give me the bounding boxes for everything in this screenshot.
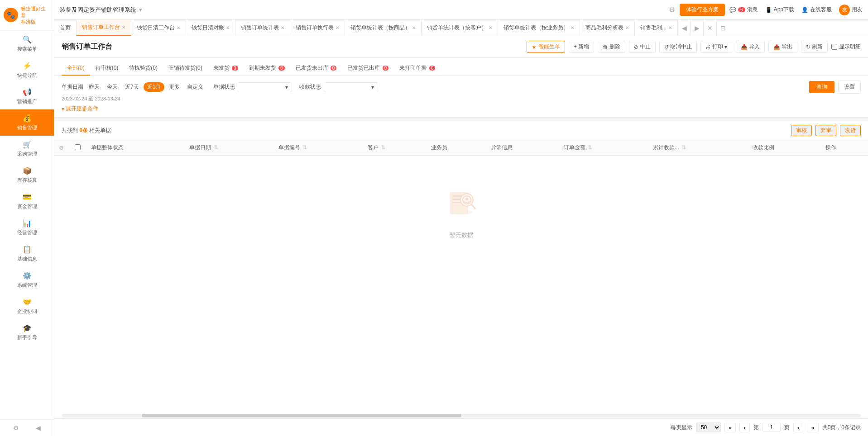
tab-close-sales-more[interactable]: ✕ — [668, 25, 672, 30]
topbar-gear-icon[interactable]: ⚙ — [669, 5, 675, 14]
tab-cash-daily[interactable]: 钱货日清工作台 ✕ — [131, 20, 186, 36]
smart-create-btn[interactable]: ★ 智能生单 — [527, 41, 565, 53]
import-btn[interactable]: 📥 导入 — [736, 41, 765, 53]
tab-home[interactable]: 首页 — [54, 20, 77, 36]
tab-close-all[interactable]: ✕ — [703, 20, 716, 36]
current-page-input[interactable] — [762, 423, 781, 432]
table-col-amount[interactable]: 订单金额 ⇅ — [559, 140, 648, 156]
sub-tab-pending-review[interactable]: 待审核(0) — [90, 62, 124, 76]
ship-action-btn[interactable]: 发货 — [840, 125, 861, 136]
tab-close-summary-product[interactable]: ✕ — [412, 25, 416, 30]
tab-close-sales-workbench[interactable]: ✕ — [122, 25, 125, 30]
delete-btn[interactable]: 🗑 删除 — [598, 41, 625, 53]
show-detail-checkbox[interactable] — [831, 44, 837, 50]
sub-tab-not-shipped[interactable]: 未发货 0 — [208, 62, 244, 76]
empty-state-icon — [443, 183, 480, 226]
tab-sales-summary-staff[interactable]: 销货单统计表（按业务员） ✕ — [498, 20, 580, 36]
tab-nav-next[interactable]: ▶ — [691, 20, 703, 36]
table-col-date[interactable]: 单据日期 ⇅ — [185, 140, 274, 156]
show-detail-checkbox-label[interactable]: 显示明细 — [831, 43, 861, 51]
tab-sales-more[interactable]: 销售毛利... ✕ — [635, 20, 678, 36]
date-more-btn[interactable]: 更多 — [166, 82, 182, 92]
sidebar-item-finance[interactable]: 💳 资金管理 — [0, 188, 54, 214]
tab-sales-exec[interactable]: 销售订单执行表 ✕ — [290, 20, 345, 36]
message-badge: 6 — [738, 7, 745, 12]
sidebar-settings-icon[interactable]: ⚙ — [13, 424, 19, 431]
tab-close-sales-exec[interactable]: ✕ — [336, 25, 339, 30]
page-content: 销售订单工作台 ★ 智能生单 + 新增 🗑 删除 ⊘ 中止 ↺ — [54, 36, 868, 436]
table-settings-col[interactable]: ⚙ — [54, 140, 68, 156]
system-dropdown-icon[interactable]: ▾ — [139, 6, 142, 13]
message-item[interactable]: 💬 6 消息 — [729, 6, 758, 14]
user-item[interactable]: 友 用友 — [839, 5, 863, 15]
sidebar-collapse-icon[interactable]: ◀ — [36, 424, 41, 431]
sidebar-item-sales[interactable]: 💰 销售管理 — [0, 109, 54, 136]
tab-close-summary-customer[interactable]: ✕ — [489, 25, 492, 30]
date-7days-btn[interactable]: 近7天 — [122, 82, 142, 92]
table-select-all-checkbox[interactable] — [75, 144, 81, 150]
sidebar-item-quicknav[interactable]: ⚡ 快捷导航 — [0, 57, 54, 83]
refresh-btn[interactable]: ↻ 刷新 — [801, 41, 828, 53]
tab-sales-summary-product[interactable]: 销货单统计表（按商品） ✕ — [345, 20, 422, 36]
settings-btn[interactable]: 设置 — [838, 81, 861, 94]
tab-sales-summary-customer[interactable]: 销货单统计表（按客户） ✕ — [422, 20, 498, 36]
sub-tab-wangpu-ship[interactable]: 旺铺待发货(0) — [163, 62, 208, 76]
app-download-item[interactable]: 📱 App下载 — [765, 6, 794, 14]
sub-tab-not-printed[interactable]: 未打印单据 0 — [394, 62, 441, 76]
stop-btn[interactable]: ⊘ 中止 — [629, 41, 656, 53]
sidebar-item-basic[interactable]: 📋 基础信息 — [0, 241, 54, 267]
status-filter-select[interactable]: ▾ — [238, 82, 292, 92]
online-service-item[interactable]: 👤 在线客服 — [801, 6, 832, 14]
cancel-review-action-btn[interactable]: 弃审 — [815, 125, 836, 136]
review-action-btn[interactable]: 审核 — [791, 125, 812, 136]
date-1month-btn[interactable]: 近1月 — [144, 82, 165, 92]
sub-tab-shipped-not-warehoused[interactable]: 已发货未出库 0 — [290, 62, 342, 76]
table-checkbox-col[interactable] — [68, 140, 86, 156]
export-btn[interactable]: 📤 导出 — [768, 41, 797, 53]
sidebar-item-purchase[interactable]: 🛒 采购管理 — [0, 136, 54, 162]
page-size-select[interactable]: 10 20 50 100 — [696, 422, 721, 432]
payment-filter-select[interactable]: ▾ — [324, 82, 378, 92]
tab-gross-profit[interactable]: 商品毛利分析表 ✕ — [580, 20, 635, 36]
sidebar-item-marketing[interactable]: 📢 营销推广 — [0, 83, 54, 109]
sidebar-item-guide[interactable]: 🎓 新手引导 — [0, 319, 54, 346]
tab-close-gross-profit[interactable]: ✕ — [625, 25, 629, 30]
print-btn[interactable]: 🖨 打印 ▾ — [700, 41, 732, 53]
cancel-stop-btn[interactable]: ↺ 取消中止 — [659, 41, 697, 53]
query-btn[interactable]: 查询 — [809, 81, 834, 93]
sub-tab-expired-not-shipped[interactable]: 到期未发货 0 — [244, 62, 290, 76]
table-col-number[interactable]: 单据编号 ⇅ — [274, 140, 363, 156]
tab-sales-stats[interactable]: 销售订单统计表 ✕ — [235, 20, 290, 36]
sidebar-item-inventory[interactable]: 📦 库存核算 — [0, 162, 54, 188]
sub-tab-all[interactable]: 全部(0) — [62, 62, 90, 76]
sidebar-item-system[interactable]: ⚙️ 系统管理 — [0, 267, 54, 293]
tab-expand[interactable]: ⊡ — [716, 20, 729, 36]
date-today-btn[interactable]: 今天 — [104, 82, 120, 92]
count-number: 0条 — [79, 127, 88, 133]
sidebar-item-operations[interactable]: 📊 经营管理 — [0, 214, 54, 241]
tab-close-summary-staff[interactable]: ✕ — [571, 25, 574, 30]
sub-tab-shipped-warehoused[interactable]: 已发货已出库 0 — [342, 62, 394, 76]
tab-close-sales-stats[interactable]: ✕ — [281, 25, 284, 30]
first-page-btn[interactable]: « — [724, 423, 736, 432]
date-custom-btn[interactable]: 自定义 — [184, 82, 206, 92]
tab-close-cash-daily[interactable]: ✕ — [177, 25, 180, 30]
expand-filter-btn[interactable]: ▾ 展开更多条件 — [62, 105, 861, 113]
sidebar-item-search[interactable]: 🔍 搜索菜单 — [0, 31, 54, 57]
table-col-collected[interactable]: 累计收款... ⇅ — [648, 140, 748, 156]
horizontal-scrollbar-thumb[interactable] — [142, 414, 461, 417]
sidebar-item-cooperation[interactable]: 🤝 企业协同 — [0, 293, 54, 319]
sub-tab-pending-inspect[interactable]: 待拣验货(0) — [124, 62, 163, 76]
add-btn[interactable]: + 新增 — [569, 41, 594, 53]
tab-sales-workbench[interactable]: 销售订单工作台 ✕ — [77, 20, 131, 36]
last-page-btn[interactable]: » — [807, 423, 818, 432]
next-page-btn[interactable]: › — [793, 423, 803, 432]
refresh-icon: ↻ — [806, 44, 810, 50]
tab-cash-reconcile[interactable]: 钱货日清对账 ✕ — [186, 20, 235, 36]
industry-btn[interactable]: 体验行业方案 — [680, 4, 725, 16]
table-col-customer[interactable]: 客户 ⇅ — [363, 140, 427, 156]
date-yesterday-btn[interactable]: 昨天 — [86, 82, 102, 92]
tab-nav-prev[interactable]: ◀ — [678, 20, 691, 36]
tab-close-cash-reconcile[interactable]: ✕ — [226, 25, 230, 30]
prev-page-btn[interactable]: ‹ — [739, 423, 749, 432]
